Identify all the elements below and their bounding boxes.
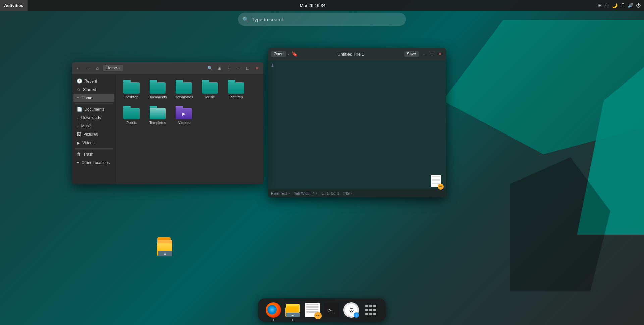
editor-icon: ✏: [305, 303, 320, 317]
sidebar-item-label: Home: [82, 96, 92, 100]
documents-icon: 📄: [77, 107, 82, 112]
tab-width-indicator[interactable]: Tab Width: 4 ▾: [294, 191, 318, 195]
grid-dot: [373, 309, 376, 311]
folder-label: Videos: [178, 121, 189, 125]
save-button[interactable]: Save: [404, 51, 419, 57]
sidebar-item-label: Documents: [84, 107, 105, 112]
folder-downloads[interactable]: Downloads: [172, 78, 196, 101]
grid-dot: [373, 305, 376, 307]
download-manager-icon: ⊙ ↓: [343, 302, 359, 318]
dock-item-files[interactable]: ≡: [284, 301, 302, 319]
sidebar-item-label: Recent: [84, 79, 97, 84]
pencil-icon: ✏: [314, 312, 322, 319]
dock-item-download-manager[interactable]: ⊙ ↓: [342, 301, 360, 319]
close-button[interactable]: ✕: [253, 64, 261, 72]
minimize-button[interactable]: −: [234, 64, 242, 72]
bookmark-icon: 🔖: [292, 51, 298, 57]
window-controls: − □ ✕: [421, 51, 443, 57]
download-badge: ↓: [354, 312, 359, 318]
firefox-running-dot: [273, 319, 274, 321]
sidebar-item-home[interactable]: ⌂ Home: [73, 94, 114, 102]
sidebar-item-label: Pictures: [83, 132, 98, 137]
folder-desktop[interactable]: Desktop: [120, 78, 143, 101]
home-nav-button[interactable]: ⌂: [94, 64, 101, 72]
sidebar-item-pictures[interactable]: 🖼 Pictures: [73, 130, 114, 139]
sidebar-item-label: Other Locations: [82, 160, 110, 165]
cursor-position: Ln 1, Col 1: [322, 191, 339, 195]
folder-label: Downloads: [175, 95, 193, 99]
folder-videos[interactable]: Videos: [172, 104, 196, 127]
trash-icon: 🗑: [77, 152, 81, 157]
maximize-button[interactable]: □: [244, 64, 251, 72]
sidebar-item-label: Music: [81, 124, 92, 128]
file-manager-sidebar: 🕐 Recent ☆ Starred ⌂ Home 📄 Documents ↓ …: [72, 74, 116, 184]
folder-label: Pictures: [229, 95, 243, 99]
folder-label: Music: [205, 95, 215, 99]
topbar-system-icons: ⊞ 🛡 🌙 🗗 🔊 ⏻: [598, 3, 644, 8]
grid-dot: [365, 309, 368, 311]
folder-music[interactable]: Music: [198, 78, 222, 101]
sidebar-item-recent[interactable]: 🕐 Recent: [73, 77, 114, 85]
editor-minimize-button[interactable]: −: [421, 51, 427, 57]
editor-content-area[interactable]: 1: [268, 60, 446, 189]
folder-label: Documents: [148, 95, 167, 99]
downloads-icon: ↓: [77, 115, 79, 120]
power-icon[interactable]: ⏻: [636, 3, 641, 8]
file-manager-titlebar: ← → ⌂ Home ▾ 🔍 ⊞ ⋮ − □ ✕: [72, 62, 263, 74]
folder-public[interactable]: Public: [120, 104, 143, 127]
sidebar-item-music[interactable]: ♪ Music: [73, 122, 114, 130]
editor-maximize-button[interactable]: □: [429, 51, 435, 57]
music-icon: ♪: [77, 123, 79, 128]
sidebar-item-label: Videos: [82, 141, 94, 145]
activities-button[interactable]: Activities: [0, 0, 28, 11]
text-type-arrow: ▾: [288, 192, 290, 195]
insert-mode-indicator[interactable]: INS ▾: [343, 191, 353, 195]
folder-templates[interactable]: Templates: [146, 104, 169, 127]
sidebar-item-downloads[interactable]: ↓ Downloads: [73, 113, 114, 122]
view-toggle-button[interactable]: ⊞: [216, 64, 223, 72]
sidebar-item-label: Starred: [83, 87, 96, 92]
path-bar[interactable]: Home ▾: [103, 65, 123, 71]
app-grid-icon: [363, 303, 378, 317]
folder-documents[interactable]: Documents: [146, 78, 169, 101]
floating-file-manager-icon[interactable]: ≡: [157, 237, 173, 256]
text-type-indicator[interactable]: Plain Text ▾: [271, 191, 290, 195]
search-bar: 🔍: [238, 13, 406, 26]
folder-pictures[interactable]: Pictures: [224, 78, 248, 101]
forward-button[interactable]: →: [84, 64, 92, 72]
dock-item-app-grid[interactable]: [362, 301, 379, 319]
grid-dot: [369, 309, 372, 311]
sidebar-item-documents[interactable]: 📄 Documents: [73, 105, 114, 113]
more-options-button[interactable]: ⋮: [225, 64, 232, 72]
open-arrow-icon: ▾: [288, 52, 290, 56]
text-editor-titlebar: Open ▾ 🔖 Untitled File 1 Save − □ ✕: [268, 48, 446, 60]
editor-close-button[interactable]: ✕: [437, 51, 443, 57]
back-button[interactable]: ←: [75, 64, 82, 72]
moon-icon[interactable]: 🌙: [612, 3, 618, 8]
shield-icon[interactable]: 🛡: [604, 3, 609, 8]
search-button[interactable]: 🔍: [206, 64, 214, 72]
sidebar-item-videos[interactable]: ▶ Videos: [73, 139, 114, 147]
dock-item-firefox[interactable]: [265, 301, 282, 319]
home-icon: ⌂: [77, 95, 79, 100]
sidebar-item-label: Trash: [83, 152, 93, 157]
search-input[interactable]: [238, 13, 406, 26]
file-manager-body: 🕐 Recent ☆ Starred ⌂ Home 📄 Documents ↓ …: [72, 74, 263, 184]
sidebar-item-starred[interactable]: ☆ Starred: [73, 85, 114, 94]
window-icon[interactable]: 🗗: [620, 3, 625, 8]
sidebar-item-trash[interactable]: 🗑 Trash: [73, 150, 114, 158]
sidebar-item-other-locations[interactable]: + Other Locations: [73, 158, 114, 167]
drawer-bar: ≡: [158, 251, 172, 256]
dock-item-terminal[interactable]: >_: [323, 301, 340, 319]
dock-item-editor[interactable]: ✏: [304, 301, 321, 319]
editor-statusbar: Plain Text ▾ Tab Width: 4 ▾ Ln 1, Col 1 …: [268, 189, 446, 197]
folder-label: Templates: [149, 121, 166, 125]
sidebar-divider-2: [75, 148, 113, 149]
sidebar-divider: [75, 103, 113, 104]
sound-icon[interactable]: 🔊: [628, 3, 633, 8]
terminal-icon: >_: [324, 303, 339, 317]
open-button[interactable]: Open: [271, 51, 286, 57]
editor-title: Untitled File 1: [300, 52, 402, 57]
text-editor-window: Open ▾ 🔖 Untitled File 1 Save − □ ✕ 1 Pl…: [268, 48, 446, 197]
grid-icon[interactable]: ⊞: [598, 3, 602, 8]
